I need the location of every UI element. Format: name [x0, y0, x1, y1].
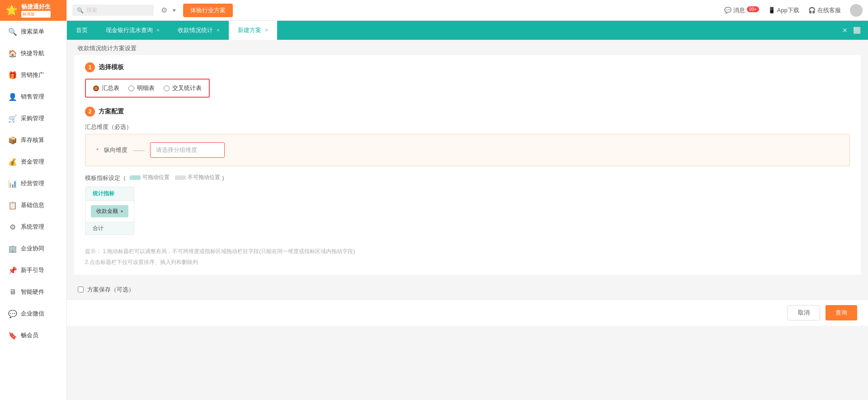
search-icon: 🔍: [8, 28, 17, 36]
config-section: 汇总维度（必选） * 纵向维度 —— 请选择分组维度: [85, 123, 850, 268]
fixed-legend-item: 不可拖动位置: [175, 174, 220, 181]
topbar: 🔍 搜索 ⚙ ▾ 体验行业方案 💬 消息 99+ 📱 App下载 🎧 在线客服: [67, 0, 868, 21]
sidebar-item-operations[interactable]: 📊 经营管理: [0, 173, 66, 194]
breadcrumb-text: 收款情况统计方案设置: [78, 45, 137, 52]
sidebar-label-quick-nav: 快捷导航: [21, 49, 44, 57]
dimension-row: * 纵向维度 —— 请选择分组维度: [96, 142, 839, 158]
tab-bank-flow-close[interactable]: ×: [156, 27, 160, 33]
sidebar-item-wechat[interactable]: 💬 企业微信: [0, 303, 66, 325]
sidebar-item-purchase[interactable]: 🛒 采购管理: [0, 108, 66, 129]
sidebar-item-guide[interactable]: 📌 新手引导: [0, 259, 66, 281]
tab-new-plan-label: 新建方案: [238, 26, 261, 34]
dropdown-arrow-icon[interactable]: ▾: [173, 7, 176, 14]
sidebar-label-search-menu: 搜索菜单: [21, 28, 44, 36]
download-label: App下载: [777, 6, 799, 14]
sidebar-item-system[interactable]: ⚙ 系统管理: [0, 216, 66, 238]
tab-new-plan[interactable]: 新建方案 ×: [229, 21, 277, 40]
sidebar-label-sales: 销售管理: [21, 93, 44, 101]
tips-area: 提示： 1.拖动标题栏可以调整布局，不可跨维度或指标区域拖动栏目字段(只能在同一…: [85, 240, 850, 268]
tab-home[interactable]: 首页: [67, 21, 97, 40]
sidebar-label-wechat: 企业微信: [21, 310, 44, 318]
industry-plan-button[interactable]: 体验行业方案: [183, 4, 233, 17]
radio-cross-label: 交叉统计表: [172, 84, 202, 92]
tab-new-plan-close[interactable]: ×: [265, 27, 268, 33]
radio-detail-input[interactable]: [128, 85, 134, 91]
sidebar-item-finance[interactable]: 💰 资金管理: [0, 151, 66, 173]
sidebar-label-inventory: 库存核算: [21, 136, 44, 144]
search-icon: 🔍: [77, 7, 84, 14]
main-card: 1 选择模板 汇总表 明细表 交叉统计表: [74, 55, 861, 275]
content-area: 收款情况统计方案设置 1 选择模板 汇总表 明细表: [67, 40, 868, 400]
sidebar-label-guide: 新手引导: [21, 266, 44, 274]
download-button[interactable]: 📱 App下载: [768, 6, 799, 14]
metrics-subtag-total: 合计: [85, 222, 134, 235]
sidebar-item-hardware[interactable]: 🖥 智能硬件: [0, 281, 66, 303]
tab-bank-flow-label: 现金银行流水查询: [106, 26, 153, 34]
sidebar-label-operations: 经营管理: [21, 179, 44, 188]
template-selection: 汇总表 明细表 交叉统计表: [85, 79, 210, 98]
save-checkbox[interactable]: [78, 287, 84, 292]
main-area: 🔍 搜索 ⚙ ▾ 体验行业方案 💬 消息 99+ 📱 App下载 🎧 在线客服: [67, 0, 868, 400]
query-button[interactable]: 查询: [826, 305, 857, 320]
window-maximize-button[interactable]: ⬜: [853, 27, 861, 34]
pin-icon: 📌: [8, 266, 17, 275]
radio-detail[interactable]: 明细表: [128, 84, 155, 92]
cancel-button[interactable]: 取消: [788, 305, 820, 320]
grouping-dimension-placeholder: 请选择分组维度: [156, 146, 197, 153]
sidebar-item-enterprise[interactable]: 🏢 企业协同: [0, 238, 66, 259]
grouping-dimension-select[interactable]: 请选择分组维度: [150, 142, 225, 158]
radio-summary[interactable]: 汇总表: [93, 84, 119, 92]
radio-summary-input[interactable]: [93, 85, 99, 91]
metrics-tags-area: 收款金额 ▾: [85, 201, 134, 222]
settings-icon[interactable]: ⚙: [161, 6, 167, 14]
search-placeholder-text: 搜索: [86, 6, 97, 14]
sidebar-item-basic-info[interactable]: 📋 基础信息: [0, 194, 66, 216]
metrics-category-label: 统计指标: [85, 187, 134, 201]
metrics-tag-receipt[interactable]: 收款金额 ▾: [91, 205, 128, 217]
topbar-right: 💬 消息 99+ 📱 App下载 🎧 在线客服: [724, 4, 863, 17]
window-controls: ✕ ⬜: [842, 27, 868, 34]
service-label: 在线客服: [817, 6, 841, 14]
subtag-label: 合计: [93, 225, 104, 231]
window-close-button[interactable]: ✕: [842, 27, 848, 34]
required-mark: *: [96, 147, 99, 154]
sidebar-item-sales[interactable]: 👤 销售管理: [0, 86, 66, 108]
sidebar-label-basic-info: 基础信息: [21, 201, 44, 209]
sidebar-logo: 🌟 畅捷通好生 标准版: [0, 0, 66, 21]
tab-receipt-stat-close[interactable]: ×: [217, 27, 220, 33]
logo-badge: 标准版: [21, 11, 51, 18]
save-row: 方案保存（可选）: [67, 280, 868, 299]
dimension-block: * 纵向维度 —— 请选择分组维度: [85, 134, 850, 166]
tab-bank-flow[interactable]: 现金银行流水查询 ×: [97, 21, 169, 40]
metrics-header: 模板指标设定（ 可拖动位置 不可拖动位置: [85, 174, 850, 182]
footer-bar: 取消 查询: [67, 299, 868, 326]
service-icon: 🎧: [808, 7, 816, 14]
sidebar-item-inventory[interactable]: 📦 库存核算: [0, 129, 66, 151]
sidebar-item-search-menu[interactable]: 🔍 搜索菜单: [0, 21, 66, 42]
tab-receipt-stat[interactable]: 收款情况统计 ×: [169, 21, 229, 40]
doc-icon: 📋: [8, 201, 17, 210]
arrow-icon: ——: [133, 147, 145, 154]
vertical-field-label: 纵向维度: [104, 146, 127, 154]
home-icon: 🏠: [8, 49, 17, 58]
radio-cross-input[interactable]: [164, 85, 170, 91]
dimension-label-text: 汇总维度（必选）: [85, 123, 132, 130]
message-button[interactable]: 💬 消息 99+: [724, 6, 759, 14]
chat-icon: 💬: [8, 310, 17, 318]
tip-line1: 提示： 1.拖动标题栏可以调整布局，不可跨维度或指标区域拖动栏目字段(只能在同一…: [85, 246, 850, 257]
money-icon: 💰: [8, 158, 17, 166]
topbar-search[interactable]: 🔍 搜索: [72, 5, 154, 16]
service-button[interactable]: 🎧 在线客服: [808, 6, 841, 14]
avatar[interactable]: [850, 4, 863, 17]
radio-summary-label: 汇总表: [102, 84, 119, 92]
sidebar-item-marketing[interactable]: 🎁 营销推广: [0, 64, 66, 86]
download-icon: 📱: [768, 7, 775, 14]
radio-cross[interactable]: 交叉统计表: [164, 84, 202, 92]
sidebar-item-quick-nav[interactable]: 🏠 快捷导航: [0, 42, 66, 64]
cart-icon: 🛒: [8, 114, 17, 123]
sidebar-item-member[interactable]: 🔖 畅会员: [0, 325, 66, 346]
metrics-block: 模板指标设定（ 可拖动位置 不可拖动位置: [85, 174, 850, 237]
message-badge: 99+: [747, 6, 759, 12]
chart-icon: 📊: [8, 179, 17, 188]
step2-title: 方案配置: [99, 108, 124, 116]
